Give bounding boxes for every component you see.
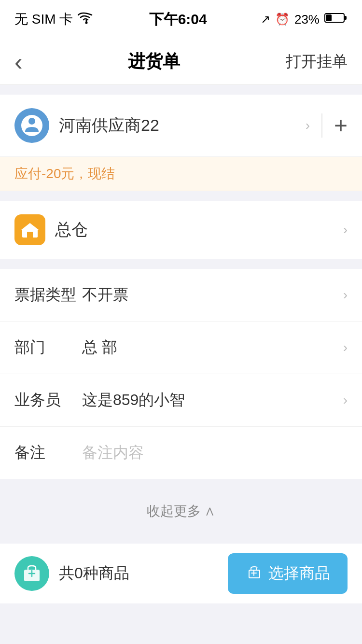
vertical-divider xyxy=(321,113,322,138)
supplier-avatar xyxy=(14,108,49,143)
notice-text: 应付-20元，现结 xyxy=(14,166,115,181)
select-label: 选择商品 xyxy=(268,563,330,584)
carrier-text: 无 SIM 卡 xyxy=(14,10,73,28)
warehouse-label: 总仓 xyxy=(55,219,343,241)
chevron-right-icon: › xyxy=(343,392,348,408)
salesman-label: 业务员 xyxy=(14,390,82,411)
remark-placeholder[interactable]: 备注内容 xyxy=(82,442,348,463)
fields-block: 票据类型 不开票 › 部门 总 部 › 业务员 这是859的小智 › 备注 备注… xyxy=(0,269,362,479)
salesman-row[interactable]: 业务员 这是859的小智 › xyxy=(0,374,362,426)
department-row[interactable]: 部门 总 部 › xyxy=(0,321,362,374)
status-right: ↗ ⏰ 23% xyxy=(261,12,348,28)
back-button[interactable]: ‹ xyxy=(14,48,23,76)
ticket-type-label: 票据类型 xyxy=(14,284,82,306)
chevron-right-icon: › xyxy=(343,222,348,238)
battery-icon xyxy=(324,12,348,28)
ticket-type-row[interactable]: 票据类型 不开票 › xyxy=(0,269,362,321)
supplier-name: 河南供应商22 xyxy=(59,114,306,137)
chevron-right-icon: › xyxy=(343,340,348,355)
page-title: 进货单 xyxy=(128,50,180,73)
open-pending-button[interactable]: 打开挂单 xyxy=(286,51,348,72)
collapse-row[interactable]: 收起更多 ∧ xyxy=(0,489,362,534)
svg-rect-2 xyxy=(344,16,347,20)
separator-1 xyxy=(0,85,362,95)
battery-text: 23% xyxy=(294,12,320,27)
person-icon xyxy=(23,115,41,136)
product-icon xyxy=(14,556,49,591)
select-product-button[interactable]: 选择商品 xyxy=(228,553,348,594)
warehouse-icon xyxy=(14,214,45,245)
nav-bar: ‹ 进货单 打开挂单 xyxy=(0,39,362,85)
svg-rect-7 xyxy=(27,232,33,238)
notice-banner: 应付-20元，现结 xyxy=(0,157,362,191)
status-bar: 无 SIM 卡 下午6:04 ↗ ⏰ 23% xyxy=(0,0,362,39)
remark-label: 备注 xyxy=(14,442,82,463)
alarm-icon: ⏰ xyxy=(275,13,290,26)
chevron-right-icon: › xyxy=(343,287,348,303)
ticket-type-value: 不开票 xyxy=(82,284,343,306)
remark-row[interactable]: 备注 备注内容 xyxy=(0,426,362,479)
location-icon: ↗ xyxy=(261,13,270,26)
collapse-label: 收起更多 ∧ xyxy=(147,502,216,520)
department-value: 总 部 xyxy=(82,337,343,358)
wifi-icon xyxy=(78,12,95,28)
svg-point-0 xyxy=(85,21,88,24)
salesman-value: 这是859的小智 xyxy=(82,390,343,411)
product-count: 共0种商品 xyxy=(59,563,228,584)
status-carrier: 无 SIM 卡 xyxy=(14,10,95,28)
svg-marker-6 xyxy=(21,223,39,230)
warehouse-row[interactable]: 总仓 › xyxy=(0,201,362,259)
svg-rect-3 xyxy=(326,14,332,21)
chevron-right-icon: › xyxy=(306,118,310,133)
add-button[interactable]: + xyxy=(334,114,348,137)
supplier-row[interactable]: 河南供应商22 › + xyxy=(0,95,362,157)
status-time: 下午6:04 xyxy=(149,10,207,29)
supplier-section: 河南供应商22 › + 应付-20元，现结 xyxy=(0,95,362,191)
department-label: 部门 xyxy=(14,337,82,358)
cart-icon xyxy=(245,563,263,584)
svg-point-4 xyxy=(28,118,35,125)
bottom-bar: 共0种商品 选择商品 xyxy=(0,544,362,603)
